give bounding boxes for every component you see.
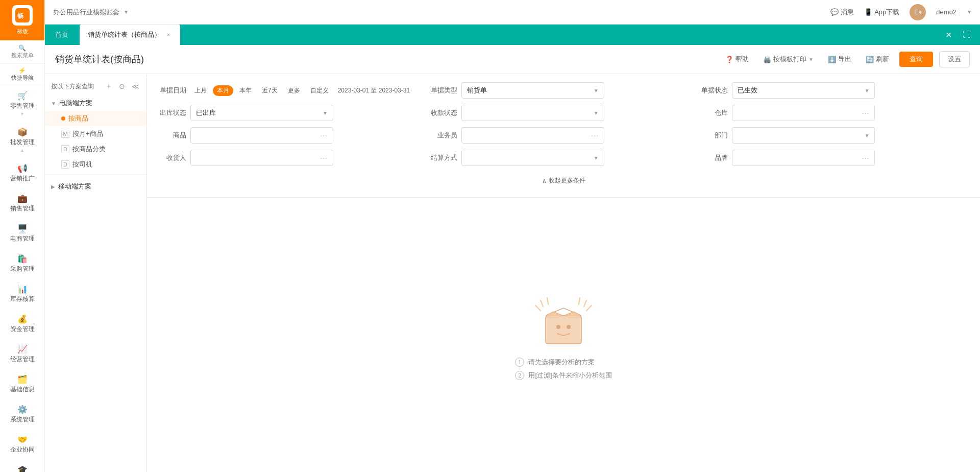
sidebar-item-purchase[interactable]: 🛍️ 采购管理 (0, 248, 44, 278)
department-select[interactable]: ▼ (732, 127, 875, 144)
scheme-group-desktop: ▼ 电脑端方案 按商品 M 按月+商品 D 按商品分类 (45, 96, 146, 172)
right-panel: 单据日期 上月 本月 本年 近7天 更多 自定义 20 (147, 74, 980, 472)
sidebar-item-wholesale[interactable]: 📦 批发管理 ▲ (0, 122, 44, 158)
app-logo[interactable]: 畅 标版 (0, 0, 44, 40)
search-label: 搜索菜单 (0, 52, 44, 59)
out-status-select[interactable]: 已出库 ▼ (190, 105, 333, 121)
sidebar-nav-quick[interactable]: ⚡ 快捷导航 (0, 64, 44, 85)
tab-fullscreen-button[interactable]: ⛶ (960, 28, 974, 42)
basic-label: 基础信息 (10, 385, 35, 394)
scheme-group-desktop-header[interactable]: ▼ 电脑端方案 (45, 96, 146, 111)
edit-scheme-button[interactable]: ⊙ (117, 81, 127, 91)
messages-button[interactable]: 💬 消息 (830, 8, 854, 17)
by-category-label: 按商品分类 (72, 145, 106, 154)
tab-home[interactable]: 首页 (45, 25, 79, 45)
sidebar-item-retail[interactable]: 🛒 零售管理 ▼ (0, 85, 44, 122)
sidebar-search[interactable]: 🔍 搜索菜单 (0, 40, 44, 64)
top-header: 办公用品行业模拟账套 ▼ 💬 消息 📱 App下载 Ea demo2 ▼ (45, 0, 980, 25)
warehouse-input[interactable]: ··· (732, 105, 875, 121)
username-label[interactable]: demo2 (936, 8, 957, 16)
svg-line-10 (579, 298, 580, 304)
sidebar-item-system[interactable]: ⚙️ 系统管理 (0, 399, 44, 429)
hint1-text: 请先选择要分析的方案 (528, 358, 595, 367)
date-last-month[interactable]: 上月 (190, 85, 211, 96)
scheme-item-by-driver[interactable]: D 按司机 (45, 157, 146, 172)
retail-expand: ▼ (20, 111, 24, 116)
date-more[interactable]: 更多 (284, 85, 304, 96)
goods-dots: ··· (320, 131, 328, 139)
tab-close-all-button[interactable]: ✕ (941, 28, 955, 42)
sidebar-item-marketing[interactable]: 📢 营销推广 (0, 158, 44, 188)
empty-text-list: 1 请先选择要分析的方案 2 用[过滤]条件来缩小分析范围 (515, 358, 611, 380)
collapse-panel-button[interactable]: ≪ (130, 81, 140, 91)
inventory-icon: 📊 (17, 284, 28, 294)
inventory-label: 库存核算 (10, 295, 35, 303)
goods-input[interactable]: ··· (190, 127, 333, 144)
by-driver-label: 按司机 (72, 160, 92, 169)
collapse-button[interactable]: ∧ 收起更多条件 (157, 172, 970, 189)
type-value: 销货单 (467, 86, 487, 95)
sidebar-item-operations[interactable]: 📈 经营管理 (0, 339, 44, 369)
scheme-item-by-category[interactable]: D 按商品分类 (45, 141, 146, 157)
help-button[interactable]: ❓ 帮助 (721, 53, 753, 66)
scheme-item-by-month-goods[interactable]: M 按月+商品 (45, 126, 146, 141)
export-button[interactable]: ⬇️ 导出 (824, 53, 855, 66)
left-panel-header: 按以下方案查询 ＋ ⊙ ≪ (45, 79, 146, 96)
svg-line-6 (541, 300, 543, 306)
body-layout: 按以下方案查询 ＋ ⊙ ≪ ▼ 电脑端方案 按商品 (45, 74, 980, 472)
driver-icon: D (61, 160, 69, 169)
filter-settlement-field: 结算方式 ▼ (428, 150, 699, 166)
finance-label: 资金管理 (10, 325, 35, 334)
receiver-dots: ··· (320, 154, 328, 162)
page-title: 销货单统计表(按商品) (55, 53, 144, 72)
user-dropdown-arrow[interactable]: ▼ (967, 9, 972, 15)
sales-rep-input[interactable]: ··· (461, 127, 604, 144)
status-value: 已生效 (738, 86, 757, 95)
tab-active-sales[interactable]: 销货单统计表（按商品） × (80, 25, 180, 45)
sidebar-item-finance[interactable]: 💰 资金管理 (0, 309, 44, 339)
empty-illustration (533, 290, 594, 351)
collect-label: 收款状态 (428, 108, 461, 117)
operations-label: 经营管理 (10, 355, 35, 364)
date-this-year[interactable]: 本年 (235, 85, 256, 96)
sidebar-item-ecommerce[interactable]: 🖥️ 电商管理 (0, 218, 44, 248)
filter-brand-field: 品牌 ··· (699, 150, 970, 166)
add-scheme-button[interactable]: ＋ (104, 81, 114, 91)
sidebar-item-basic[interactable]: 🗂️ 基础信息 (0, 369, 44, 399)
user-avatar[interactable]: Ea (910, 4, 926, 20)
collect-select[interactable]: ▼ (461, 105, 604, 121)
settings-button[interactable]: 设置 (939, 51, 970, 67)
date-custom[interactable]: 自定义 (306, 85, 333, 96)
help-label: 帮助 (736, 55, 749, 64)
print-button[interactable]: 🖨️ 按模板打印 ▼ (759, 53, 818, 66)
scheme-item-by-goods[interactable]: 按商品 (45, 111, 146, 126)
date-last-7days[interactable]: 近7天 (258, 85, 282, 96)
scheme-group-mobile-header[interactable]: ▶ 移动端方案 (45, 179, 146, 194)
sidebar-item-enterprise[interactable]: 🤝 企业协同 (0, 429, 44, 459)
type-select[interactable]: 销货单 ▼ (461, 82, 604, 99)
header-right: 💬 消息 📱 App下载 Ea demo2 ▼ (830, 4, 972, 20)
filter-status-field: 单据状态 已生效 ▼ (699, 82, 970, 99)
empty-hint-1: 1 请先选择要分析的方案 (515, 358, 611, 367)
query-button[interactable]: 查询 (899, 52, 933, 67)
logo-icon: 畅 (12, 5, 33, 26)
date-this-month[interactable]: 本月 (213, 85, 233, 96)
sidebar-item-guide[interactable]: 🎓 新手引导 (0, 459, 44, 472)
sidebar-item-sales[interactable]: 💼 销售管理 (0, 188, 44, 218)
settlement-select[interactable]: ▼ (461, 150, 604, 166)
dropdown-arrow[interactable]: ▼ (124, 9, 129, 15)
marketing-label: 营销推广 (10, 174, 35, 183)
sidebar: 畅 标版 🔍 搜索菜单 ⚡ 快捷导航 🛒 零售管理 ▼ 📦 批发管理 ▲ 📢 营… (0, 0, 45, 472)
receiver-input[interactable]: ··· (190, 150, 333, 166)
status-select[interactable]: 已生效 ▼ (732, 82, 875, 99)
tab-close-button[interactable]: × (165, 31, 172, 38)
scheme-group-mobile: ▶ 移动端方案 (45, 179, 146, 194)
wholesale-icon: 📦 (17, 127, 28, 137)
category-icon: D (61, 145, 69, 153)
sidebar-item-inventory[interactable]: 📊 库存核算 (0, 278, 44, 309)
purchase-label: 采购管理 (10, 265, 35, 273)
left-panel-icons: ＋ ⊙ ≪ (104, 81, 140, 91)
app-download-button[interactable]: 📱 App下载 (864, 8, 899, 17)
brand-input[interactable]: ··· (732, 150, 875, 166)
refresh-button[interactable]: 🔄 刷新 (862, 53, 893, 66)
